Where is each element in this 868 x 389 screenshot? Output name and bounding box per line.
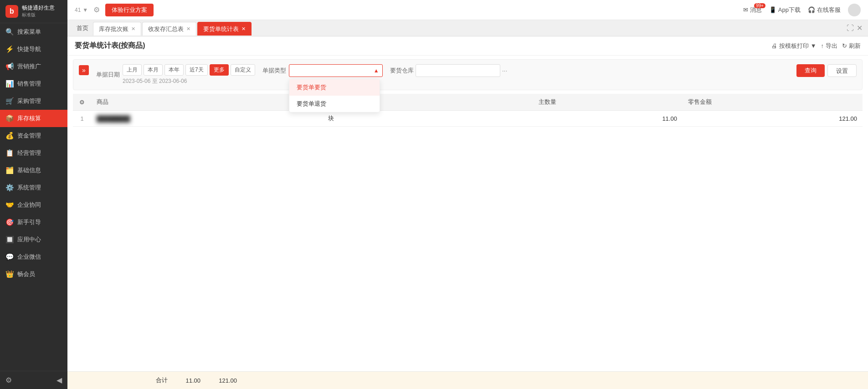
- sidebar-nav: 🔍 搜索菜单 ⚡ 快捷导航 📢 营销推广 📊 销售管理 🛒 采购管理 📦 库存核…: [0, 23, 67, 371]
- refresh-button[interactable]: ↻ 刷新: [842, 42, 861, 50]
- sidebar-item-sales[interactable]: 📊 销售管理: [0, 75, 67, 92]
- table-header-row: ⚙ 商品 主计量单位 主数量 零售金额: [73, 94, 863, 111]
- sidebar-item-enterprise[interactable]: 🤝 企业协同: [0, 196, 67, 214]
- base-icon: 🗂️: [5, 166, 14, 174]
- app-download-btn[interactable]: 📱 App下载: [769, 6, 801, 14]
- sidebar-item-member[interactable]: 👑 畅会员: [0, 266, 67, 283]
- sidebar-item-system[interactable]: ⚙️ 系统管理: [0, 179, 67, 196]
- gear-icon[interactable]: ⚙: [93, 5, 100, 14]
- sidebar-label-apps: 应用中心: [17, 235, 41, 244]
- settings-icon[interactable]: ⚙: [5, 376, 12, 384]
- close-tab-shipment-summary[interactable]: ✕: [186, 26, 190, 32]
- sidebar-label-shortcut: 快捷导航: [17, 45, 41, 53]
- date-btn-more[interactable]: 更多: [210, 64, 229, 76]
- dropdown-item-requisition[interactable]: 要货单要货: [289, 79, 380, 96]
- system-icon: ⚙️: [5, 184, 14, 192]
- table-footer: 合计 11.00 121.00: [67, 371, 868, 389]
- date-buttons: 上月 本月 本年 近7天 更多 自定义: [123, 64, 255, 76]
- sidebar-label-search: 搜索菜单: [17, 28, 41, 36]
- date-range-text: 2023-05-06 至 2023-06-06: [123, 77, 255, 85]
- data-table-wrap: ⚙ 商品 主计量单位 主数量 零售金额 1 ████████ 块 11.: [73, 94, 863, 233]
- app-logo: b 畅捷通好生意 标准版: [0, 0, 67, 23]
- filter-toggle-btn[interactable]: »: [79, 65, 89, 75]
- footer-quantity: 11.00: [173, 377, 210, 384]
- export-label: 导出: [826, 42, 837, 50]
- cell-unit: 块: [323, 111, 534, 127]
- print-icon: 🖨: [771, 42, 777, 49]
- version-num: 41: [75, 7, 81, 13]
- table-row: 1 ████████ 块 11.00 121.00: [73, 111, 863, 127]
- product-name-blurred: ████████: [97, 115, 130, 122]
- date-btn-this-month[interactable]: 本月: [144, 64, 163, 76]
- date-btn-custom[interactable]: 自定义: [231, 64, 255, 76]
- tab-label-requisition-stats: 要货单统计表: [203, 25, 239, 33]
- sidebar-item-wechat[interactable]: 💬 企业微信: [0, 248, 67, 266]
- close-tab-inventory-batch[interactable]: ✕: [131, 26, 135, 32]
- sidebar-item-shortcut[interactable]: ⚡ 快捷导航: [0, 41, 67, 58]
- date-btn-7days[interactable]: 近7天: [185, 64, 208, 76]
- download-icon: 📱: [769, 6, 776, 13]
- sidebar-item-guide[interactable]: 🎯 新手引导: [0, 214, 67, 231]
- tab-label-shipment-summary: 收发存汇总表: [148, 25, 184, 33]
- search-icon: 🔍: [5, 28, 14, 36]
- sidebar-item-base[interactable]: 🗂️ 基础信息: [0, 162, 67, 179]
- messages-btn[interactable]: ✉ 消息 99+: [743, 6, 762, 14]
- sidebar-item-apps[interactable]: 🔲 应用中心: [0, 231, 67, 248]
- sidebar-item-inventory[interactable]: 📦 库存核算: [0, 110, 67, 127]
- service-icon: 🎧: [808, 6, 815, 13]
- tab-inventory-batch[interactable]: 库存批次账 ✕: [93, 22, 141, 36]
- member-icon: 👑: [5, 270, 14, 278]
- top-header: 41 ▼ ⚙ 体验行业方案 ✉ 消息 99+ 📱 App下载 🎧 在线客服: [67, 0, 868, 20]
- app-sub: 标准版: [22, 12, 55, 18]
- online-service-btn[interactable]: 🎧 在线客服: [808, 6, 841, 14]
- sidebar-item-purchase[interactable]: 🛒 采购管理: [0, 92, 67, 110]
- tab-close-all-icon[interactable]: ✕: [857, 24, 863, 32]
- collapse-icon[interactable]: ◀: [56, 376, 62, 384]
- print-label: 按模板打印: [779, 42, 809, 50]
- sidebar-item-operations[interactable]: 📋 经营管理: [0, 144, 67, 162]
- tab-requisition-stats[interactable]: 要货单统计表 ✕: [197, 22, 252, 36]
- print-arrow-icon: ▼: [811, 42, 817, 49]
- enterprise-icon: 🤝: [5, 201, 14, 209]
- filter-bar: » 单据日期 上月 本月 本年 近7天 更多 自定义 2023-05-06 至 …: [73, 59, 863, 90]
- user-avatar[interactable]: [848, 4, 861, 16]
- warehouse-more-icon[interactable]: ···: [502, 67, 508, 74]
- query-button[interactable]: 查询: [796, 64, 825, 77]
- col-settings[interactable]: ⚙: [73, 94, 91, 111]
- warehouse-input[interactable]: [416, 64, 500, 77]
- sidebar-item-search[interactable]: 🔍 搜索菜单: [0, 23, 67, 41]
- date-btn-last-month[interactable]: 上月: [123, 64, 142, 76]
- sidebar-item-finance[interactable]: 💰 资金管理: [0, 127, 67, 144]
- refresh-icon: ↻: [842, 42, 847, 49]
- type-select-input[interactable]: [289, 64, 383, 77]
- type-select-wrap: ▲ 要货单要货 要货单退货: [289, 64, 383, 77]
- tab-shipment-summary[interactable]: 收发存汇总表 ✕: [142, 22, 196, 36]
- purchase-icon: 🛒: [5, 97, 14, 105]
- trial-button[interactable]: 体验行业方案: [105, 4, 154, 16]
- dropdown-item-return[interactable]: 要货单退货: [289, 96, 380, 112]
- footer-label: 合计: [73, 376, 173, 384]
- header-left: 41 ▼ ⚙ 体验行业方案: [75, 4, 154, 16]
- sidebar-item-marketing[interactable]: 📢 营销推广: [0, 58, 67, 75]
- sales-icon: 📊: [5, 80, 14, 88]
- date-filter-label: 单据日期: [96, 71, 120, 79]
- col-quantity: 主数量: [533, 94, 682, 111]
- export-button[interactable]: ↑ 导出: [821, 42, 838, 50]
- tab-expand-icon[interactable]: ⛶: [847, 24, 854, 32]
- cell-quantity: 11.00: [533, 111, 682, 127]
- col-product: 商品: [91, 94, 323, 111]
- setting-button[interactable]: 设置: [827, 64, 857, 77]
- main-area: 41 ▼ ⚙ 体验行业方案 ✉ 消息 99+ 📱 App下载 🎧 在线客服: [67, 0, 868, 389]
- close-tab-requisition-stats[interactable]: ✕: [241, 26, 246, 32]
- print-button[interactable]: 🖨 按模板打印 ▼: [771, 42, 817, 50]
- filter-type-group: 单据类型 ▲ 要货单要货 要货单退货: [262, 64, 383, 77]
- sidebar-label-system: 系统管理: [17, 184, 41, 192]
- filter-warehouse-group: 要货仓库 ···: [390, 64, 508, 77]
- chevron-down-icon[interactable]: ▼: [82, 7, 88, 13]
- messages-badge: 99+: [754, 3, 765, 8]
- type-filter-label: 单据类型: [262, 67, 286, 75]
- date-btn-this-year[interactable]: 本年: [164, 64, 184, 76]
- sidebar-label-sales: 销售管理: [17, 80, 41, 88]
- tab-home[interactable]: 首页: [73, 24, 92, 32]
- tab-label-inventory-batch: 库存批次账: [99, 25, 128, 33]
